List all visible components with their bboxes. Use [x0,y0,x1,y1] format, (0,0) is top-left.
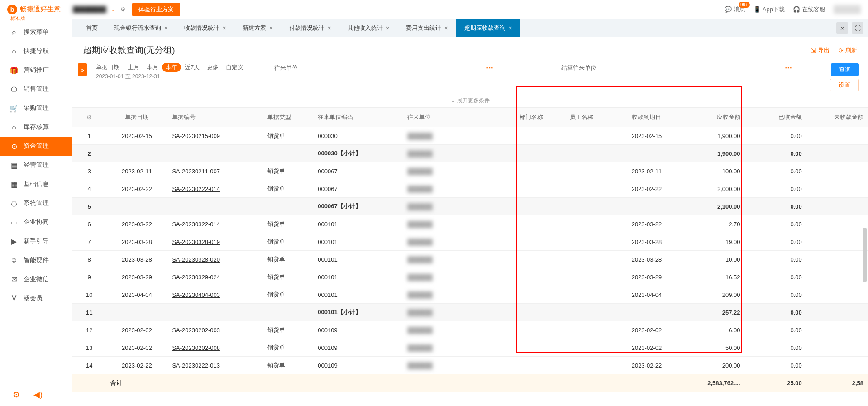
column-header[interactable]: 单据编号 [167,108,262,127]
table-row[interactable]: 11000101【小计】██████257.220.00 [72,304,868,321]
sidebar-item-12[interactable]: ☺智能硬件 [0,251,72,270]
support-link[interactable]: 🎧 在线客服 [793,5,825,14]
sidebar-item-13[interactable]: ✉企业微信 [0,270,72,289]
collapse-sidebar-icon[interactable]: ◀) [33,390,43,400]
doc-link[interactable]: SA-20230211-007 [172,168,220,175]
nav-icon: ⬡ [10,85,18,93]
date-chip-5[interactable]: 自定义 [222,63,247,72]
sidebar-item-label: 采购管理 [24,104,49,112]
gear-icon[interactable]: ⚙ [86,114,92,121]
date-chip-2[interactable]: 本年 [162,63,181,72]
sidebar-item-5[interactable]: ⌂库存核算 [0,118,72,137]
close-icon[interactable]: ✕ [508,25,512,31]
settings-button[interactable]: 设置 [830,79,859,91]
table-row[interactable]: 82023-03-28SA-20230328-020销货单000101█████… [72,251,868,268]
column-header[interactable]: 单据日期 [106,108,167,127]
refresh-button[interactable]: ⟳刷新 [839,46,857,54]
close-icon[interactable]: ✕ [327,25,331,31]
sidebar-item-10[interactable]: ▭企业协同 [0,213,72,232]
table-row[interactable]: 5000067【小计】██████2,100.000.00 [72,198,868,215]
tab-5[interactable]: 其他收入统计✕ [339,19,398,37]
org-selector[interactable]: ████████ [73,6,106,13]
user-menu[interactable] [834,5,861,14]
close-icon[interactable]: ✕ [164,25,168,31]
close-icon[interactable]: ✕ [444,25,448,31]
column-header[interactable]: 未收款金额 [806,108,868,127]
table-row[interactable]: 62023-03-22SA-20230322-014销货单000101█████… [72,215,868,233]
column-header[interactable]: 已收金额 [745,108,806,127]
table-row[interactable]: 92023-03-29SA-20230329-024销货单000101█████… [72,268,868,286]
more-icon[interactable]: ⋯ [785,63,792,72]
date-chip-4[interactable]: 更多 [203,63,222,72]
fullscreen-button[interactable]: ⛶ [852,22,863,34]
scrollbar[interactable] [863,228,867,282]
table-row[interactable]: 102023-04-04SA-20230404-003销货单000101████… [72,286,868,304]
sidebar-item-0[interactable]: ⌕搜索菜单 [0,23,72,42]
doc-link[interactable]: SA-20230322-014 [172,221,220,228]
trial-button[interactable]: 体验行业方案 [132,3,180,16]
sidebar-item-11[interactable]: ▶新手引导 [0,232,72,251]
doc-link[interactable]: SA-20230328-020 [172,256,220,263]
sidebar-item-2[interactable]: 🎁营销推广 [0,61,72,80]
doc-link[interactable]: SA-20230202-003 [172,327,220,334]
settings-icon[interactable]: ⚙ [13,390,20,400]
column-header[interactable]: 员工名称 [565,108,610,127]
table-row[interactable]: 2000030【小计】██████1,900.000.00 [72,145,868,162]
gear-icon[interactable]: ⚙ [120,6,126,13]
doc-link[interactable]: SA-20230404-003 [172,291,220,298]
table-row[interactable]: 32023-02-11SA-20230211-007销货单000067█████… [72,162,868,180]
sidebar-item-1[interactable]: ⌂快捷导航 [0,42,72,61]
sidebar-item-9[interactable]: ◌系统管理 [0,194,72,213]
doc-link[interactable]: SA-20230202-008 [172,344,220,351]
close-icon[interactable]: ✕ [222,25,226,31]
doc-link[interactable]: SA-20230222-013 [172,362,220,369]
tab-2[interactable]: 收款情况统计✕ [176,19,234,37]
table-row[interactable]: 42023-02-22SA-20230222-014销货单000067█████… [72,180,868,198]
tab-0[interactable]: 首页 [78,19,106,37]
column-header[interactable]: ⚙ [72,108,106,127]
close-tab-button[interactable]: ✕ [836,22,848,34]
sidebar-item-8[interactable]: ▦基础信息 [0,175,72,194]
table-row[interactable]: 72023-03-28SA-20230328-019销货单000101█████… [72,233,868,251]
doc-link[interactable]: SA-20230328-019 [172,239,220,245]
collapse-filter-button[interactable]: » [78,63,87,76]
column-header[interactable]: 往来单位 [403,108,515,127]
column-header[interactable]: 收款到期日 [610,108,683,127]
sidebar-item-7[interactable]: ▤经营管理 [0,156,72,175]
sidebar-item-3[interactable]: ⬡销售管理 [0,80,72,99]
column-header[interactable]: 单据类型 [263,108,313,127]
table-row[interactable]: 132023-02-02SA-20230202-008销货单000109████… [72,339,868,357]
tab-7[interactable]: 超期应收款查询✕ [456,19,520,37]
table-row[interactable]: 12023-02-15SA-20230215-009销货单000030█████… [72,127,868,145]
more-icon[interactable]: ⋯ [486,63,493,72]
table-row[interactable]: 122023-02-02SA-20230202-003销货单000109████… [72,321,868,339]
column-header[interactable]: 往来单位编码 [313,108,403,127]
date-chip-0[interactable]: 上月 [124,63,143,72]
sidebar-item-14[interactable]: V畅会员 [0,289,72,308]
sidebar-item-label: 资金管理 [24,142,49,150]
query-button[interactable]: 查询 [831,63,859,76]
close-icon[interactable]: ✕ [269,25,273,31]
doc-link[interactable]: SA-20230329-024 [172,274,220,281]
expand-filters-button[interactable]: ⌄ 展开更多条件 [72,94,868,108]
column-header[interactable]: 应收金额 [683,108,744,127]
messages-link[interactable]: 💬 消息 99+ [725,5,745,14]
column-header[interactable]: 部门名称 [515,108,565,127]
sidebar-item-4[interactable]: 🛒采购管理 [0,99,72,118]
sidebar-item-6[interactable]: ⊙资金管理 [0,137,72,156]
nav-icon: ⌂ [10,47,18,55]
tab-4[interactable]: 付款情况统计✕ [281,19,339,37]
tab-1[interactable]: 现金银行流水查询✕ [106,19,176,37]
doc-link[interactable]: SA-20230215-009 [172,133,220,139]
chevron-down-icon[interactable]: ⌄ [111,6,116,13]
logo[interactable]: b 畅捷通好生意 [7,5,73,14]
doc-link[interactable]: SA-20230222-014 [172,186,220,192]
close-icon[interactable]: ✕ [386,25,390,31]
export-button[interactable]: ⇲导出 [811,46,830,54]
table-row[interactable]: 142023-02-22SA-20230222-013销货单000109████… [72,357,868,374]
tab-6[interactable]: 费用支出统计✕ [398,19,456,37]
date-chip-3[interactable]: 近7天 [181,63,203,72]
tab-3[interactable]: 新建方案✕ [234,19,281,37]
app-download-link[interactable]: 📱 App下载 [754,5,785,14]
date-chip-1[interactable]: 本月 [143,63,162,72]
